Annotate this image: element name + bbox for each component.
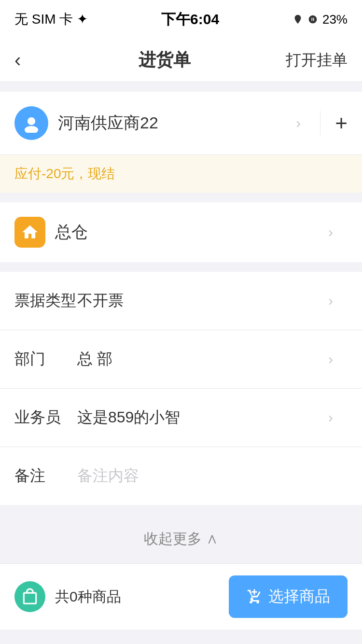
status-left: 无 SIM 卡 ✦ xyxy=(14,10,88,28)
department-row[interactable]: 部门 总 部 › xyxy=(0,330,362,388)
back-button[interactable]: ‹ xyxy=(14,49,43,71)
select-product-button[interactable]: 选择商品 xyxy=(229,575,348,618)
svg-point-1 xyxy=(25,126,38,133)
salesperson-chevron-icon: › xyxy=(328,409,333,426)
alarm-icon xyxy=(308,14,318,24)
supplier-row[interactable]: 河南供应商22 › + xyxy=(0,92,362,155)
sim-status: 无 SIM 卡 ✦ xyxy=(14,10,88,28)
divider xyxy=(320,111,320,135)
remark-placeholder: 备注内容 xyxy=(77,465,348,487)
department-value: 总 部 xyxy=(77,349,328,370)
invoice-type-value: 不开票 xyxy=(77,290,328,311)
battery-status: 23% xyxy=(322,12,348,27)
status-time: 下午6:04 xyxy=(161,10,219,29)
collapse-label: 收起更多 ∧ xyxy=(144,529,218,549)
remaining-area xyxy=(0,630,362,644)
salesperson-row[interactable]: 业务员 这是859的小智 › xyxy=(0,388,362,447)
content: 河南供应商22 › + 应付-20元，现结 总仓 › 票据类型 不开票 › xyxy=(0,92,362,644)
shopping-bag-icon xyxy=(21,588,39,606)
form-section: 票据类型 不开票 › 部门 总 部 › 业务员 这是859的小智 › 备注 备注… xyxy=(0,272,362,505)
warehouse-name: 总仓 xyxy=(55,221,328,243)
supplier-name: 河南供应商22 xyxy=(58,112,296,134)
product-icon xyxy=(14,581,45,612)
invoice-type-row[interactable]: 票据类型 不开票 › xyxy=(0,272,362,330)
open-pending-button[interactable]: 打开挂单 xyxy=(286,50,348,71)
salesperson-label: 业务员 xyxy=(14,407,77,428)
warehouse-chevron-icon: › xyxy=(328,224,333,240)
home-icon xyxy=(21,223,39,241)
supplier-section: 河南供应商22 › + 应付-20元，现结 xyxy=(0,92,362,193)
invoice-chevron-icon: › xyxy=(328,293,333,309)
salesperson-value: 这是859的小智 xyxy=(77,407,328,428)
department-label: 部门 xyxy=(14,349,77,370)
alert-banner: 应付-20元，现结 xyxy=(0,155,362,193)
remark-row[interactable]: 备注 备注内容 xyxy=(0,447,362,505)
invoice-type-label: 票据类型 xyxy=(14,290,77,311)
collapse-button[interactable]: 收起更多 ∧ xyxy=(0,515,362,563)
warehouse-section: 总仓 › xyxy=(0,202,362,262)
select-product-label: 选择商品 xyxy=(268,586,330,607)
svg-point-0 xyxy=(28,117,35,125)
add-supplier-button[interactable]: + xyxy=(330,111,348,135)
product-count: 共0种商品 xyxy=(55,587,229,607)
add-cart-icon xyxy=(246,588,263,605)
warehouse-icon xyxy=(14,217,45,248)
department-chevron-icon: › xyxy=(328,351,333,367)
supplier-avatar xyxy=(14,106,48,140)
person-icon xyxy=(22,113,41,133)
page-title: 进货单 xyxy=(139,48,191,72)
warehouse-row[interactable]: 总仓 › xyxy=(0,202,362,262)
location-icon xyxy=(292,14,303,25)
nav-bar: ‹ 进货单 打开挂单 xyxy=(0,39,362,82)
remark-label: 备注 xyxy=(14,465,77,487)
chevron-right-icon: › xyxy=(296,115,301,131)
status-bar: 无 SIM 卡 ✦ 下午6:04 23% xyxy=(0,0,362,39)
bottom-bar: 共0种商品 选择商品 xyxy=(0,563,362,630)
status-right: 23% xyxy=(292,12,348,27)
